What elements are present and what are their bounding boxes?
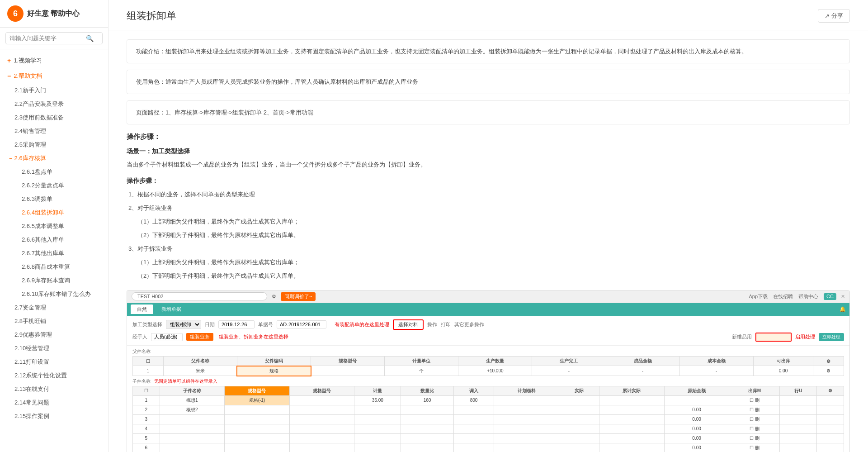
col-checkbox: ☐: [133, 356, 164, 366]
step-2b: （2）下部明细为子件明细，最终作为原材料生成其它出库单。: [137, 229, 850, 241]
intro-block-1: 功能介绍：组装拆卸单用来处理企业组装或拆卸等加工业务，支持有固定装配清单的产品加…: [127, 39, 850, 63]
col-action: ⚙: [813, 356, 844, 366]
sidebar-item-2-13[interactable]: 2.13在线支付: [0, 382, 108, 396]
sidebar-item-2-6-1[interactable]: 2.6.1盘点单: [0, 165, 108, 179]
step-3b: （2）下部明细为子件明细，最终作为产成品生成其它入库单。: [137, 270, 850, 282]
ss-lower-header: 子件名称 无固定清单可以组件在这里录入: [132, 378, 844, 385]
ops-title: 操作步骤：: [127, 133, 850, 141]
ss-assembly-label: 组装业务: [186, 333, 213, 341]
ss-warehouse-label: 新维品用: [732, 333, 752, 340]
col-spec: 规格型号: [311, 356, 385, 366]
sidebar-item-2-6[interactable]: − 2.6库存核算: [0, 152, 108, 165]
sidebar-item-2-11[interactable]: 2.11打印设置: [0, 355, 108, 369]
intro-block-3: 页面路径：1、库存核算->库存管理->组装拆卸单 2、首页->常用功能: [127, 100, 850, 124]
main-content: 组装拆卸单 ↗ 分享 功能介绍：组装拆卸单用来处理企业组装或拆卸等加工业务，支持…: [108, 0, 868, 452]
sidebar-item-2-7[interactable]: 2.7资金管理: [0, 301, 108, 314]
table-row: 1 米米 规格 个 +10.000 - - - 0.00: [133, 366, 844, 376]
screenshot-inner: TEST-H002 ⚙ 同期调价了~ App下载 在线招聘 帮助中心 CC ✕: [127, 290, 849, 452]
sidebar-item-2-6-4[interactable]: 2.6.4组装拆卸单: [0, 206, 108, 219]
ss-form-area: 加工类型选择 组装/拆卸 日期 单据号 有装配清单的在这里处理 选择对料 操作: [127, 316, 849, 346]
ss-close-area: ✕: [841, 294, 845, 300]
sidebar-item-2-8[interactable]: 2.8手机旺铺: [0, 314, 108, 328]
lower-table-row: 50.00☐ 删: [133, 433, 844, 443]
intro-block-2: 使用角色：通常由生产人员或库管人员完成拆装业务的操作，库管人员确认原材料的出库和…: [127, 70, 850, 94]
sidebar-item-2-10[interactable]: 2.10经营管理: [0, 342, 108, 355]
sidebar-item-2-4[interactable]: 2.4销售管理: [0, 124, 108, 138]
ss-date-input[interactable]: [218, 320, 255, 328]
screenshot-container: TEST-H002 ⚙ 同期调价了~ App下载 在线招聘 帮助中心 CC ✕: [127, 290, 850, 452]
steps-list: 1、根据不同的业务，选择不同单据的类型来处理 2、对于组装业务 （1）上部明细为…: [127, 189, 850, 282]
ss-person-input[interactable]: [151, 333, 183, 341]
sidebar-item-2-14[interactable]: 2.14常见问题: [0, 396, 108, 409]
sidebar-item-docs[interactable]: − 2.帮助文档: [0, 68, 108, 84]
share-icon: ↗: [825, 13, 830, 19]
sidebar-item-2-15[interactable]: 2.15操作案例: [0, 409, 108, 423]
sidebar-item-2-5[interactable]: 2.5采购管理: [0, 138, 108, 152]
sidebar-item-2-6-9[interactable]: 2.6.9库存账本查询: [0, 274, 108, 287]
ss-lower-label: 子件名称: [132, 378, 151, 385]
nav-list: + 1.视频学习 − 2.帮助文档 2.1新手入门 2.2产品安装及登录 2.3…: [0, 49, 108, 427]
ss-tab-bar: 自然 新增单据 🔔: [127, 303, 849, 316]
ss-lower-table-area: 子件名称 无固定清单可以组件在这里录入 ☐ 子件名称 规格型号 规格型号 计: [127, 376, 849, 452]
intro-text-2: 使用角色：通常由生产人员或库管人员完成拆装业务的操作，库管人员确认原材料的出库和…: [136, 76, 840, 87]
page-title: 组装拆卸单: [127, 9, 176, 23]
ss-spacer: 操作: [427, 321, 437, 328]
ss-type-select[interactable]: 组装/拆卸: [166, 320, 201, 329]
page-header: 组装拆卸单 ↗ 分享: [108, 0, 868, 30]
step-3: 3、对于拆装业务: [128, 243, 850, 255]
ss-nav-item: ⚙: [272, 294, 276, 300]
sidebar-item-label: 1.视频学习: [14, 57, 42, 65]
intro-text-3: 页面路径：1、库存核算->库存管理->组装拆卸单 2、首页->常用功能: [136, 107, 840, 118]
lower-table-row: 40.00☐ 删: [133, 424, 844, 433]
sidebar-item-2-6-10[interactable]: 2.6.10库存账本错了怎么办: [0, 287, 108, 301]
step-3a: （1）上部明细为父件明细，最终作为原材料生成其它出库单；: [137, 257, 850, 268]
ss-warehouse-input[interactable]: [755, 333, 792, 342]
ss-print: 打印: [441, 321, 451, 328]
sidebar-item-videos[interactable]: + 1.视频学习: [0, 53, 108, 68]
ss-tab-new: 新增单据: [155, 305, 188, 314]
sidebar-item-2-3[interactable]: 2.3使用前数据准备: [0, 111, 108, 124]
ss-appbar-items: App下载 在线招聘 帮助中心 CC: [749, 293, 836, 300]
step-2: 2、对于组装业务: [128, 202, 850, 214]
sidebar-item-2-1[interactable]: 2.1新手入门: [0, 84, 108, 97]
share-button[interactable]: ↗ 分享: [818, 9, 850, 23]
col-unit: 计量单位: [385, 356, 458, 366]
ss-lower-table: ☐ 子件名称 规格型号 规格型号 计量 数量比 调入 计划领料 实际 累计实: [132, 386, 844, 452]
search-box: 🔍: [0, 28, 108, 49]
col-done: 生产完工: [532, 356, 606, 366]
ss-billno-input[interactable]: [277, 320, 326, 328]
ss-orange-btn-label: 同期调价了~: [281, 292, 316, 301]
logo-icon: 6: [7, 5, 24, 22]
sidebar-item-2-6-6[interactable]: 2.6.6其他入库单: [0, 233, 108, 247]
sidebar-item-2-2[interactable]: 2.2产品安装及登录: [0, 97, 108, 111]
sidebar-item-2-6-3[interactable]: 2.6.3调拨单: [0, 192, 108, 206]
ss-billno-label: 单据号: [258, 321, 273, 328]
doc-body: 功能介绍：组装拆卸单用来处理企业组装或拆卸等加工业务，支持有固定装配清单的产品加…: [108, 30, 868, 452]
search-icon[interactable]: 🔍: [86, 35, 94, 42]
sidebar-item-2-6-8[interactable]: 2.6.8商品成本重算: [0, 260, 108, 274]
ss-date-label: 日期: [205, 321, 215, 328]
col-amount: 成品金额: [606, 356, 679, 366]
step-2a: （1）上部明细为父件明细，最终作为产成品生成其它入库单；: [137, 216, 850, 228]
sidebar: 6 好生意 帮助中心 🔍 + 1.视频学习 − 2.帮助文档 2.1新手入门 2…: [0, 0, 108, 452]
sidebar-item-2-6-2[interactable]: 2.6.2分量盘点单: [0, 179, 108, 192]
col-out: 可出库: [753, 356, 813, 366]
ss-confirm-btn[interactable]: 立即处理: [819, 333, 844, 341]
sidebar-item-label-2-6: 2.6库存核算: [14, 154, 46, 162]
sidebar-item-2-6-5[interactable]: 2.6.5成本调整单: [0, 219, 108, 233]
sidebar-item-2-6-7[interactable]: 2.6.7其他出库单: [0, 247, 108, 260]
intro-text-1: 功能介绍：组装拆卸单用来处理企业组装或拆卸等加工业务，支持有固定装配清单的产品加…: [136, 46, 840, 57]
expand-icon: +: [7, 57, 11, 64]
ss-type-label: 加工类型选择: [132, 321, 162, 328]
sidebar-item-2-9[interactable]: 2.9优惠券管理: [0, 328, 108, 342]
ss-tab-active: 自然: [131, 305, 153, 314]
ss-person-label: 经手人: [132, 333, 147, 340]
ss-select-btn[interactable]: 选择对料: [393, 319, 424, 330]
ss-other-ops: 其它更多操作: [454, 321, 484, 328]
app-name: 好生意 帮助中心: [27, 9, 80, 19]
scene1-title: 场景一：加工类型选择: [127, 147, 850, 156]
sidebar-item-2-12[interactable]: 2.12系统个性化设置: [0, 369, 108, 382]
lower-table-row: 60.00☐ 删: [133, 443, 844, 452]
steps-subtitle: 操作步骤：: [127, 177, 850, 185]
ss-annotation-text-2: 组装业务、拆卸业务在这里选择: [219, 333, 288, 340]
